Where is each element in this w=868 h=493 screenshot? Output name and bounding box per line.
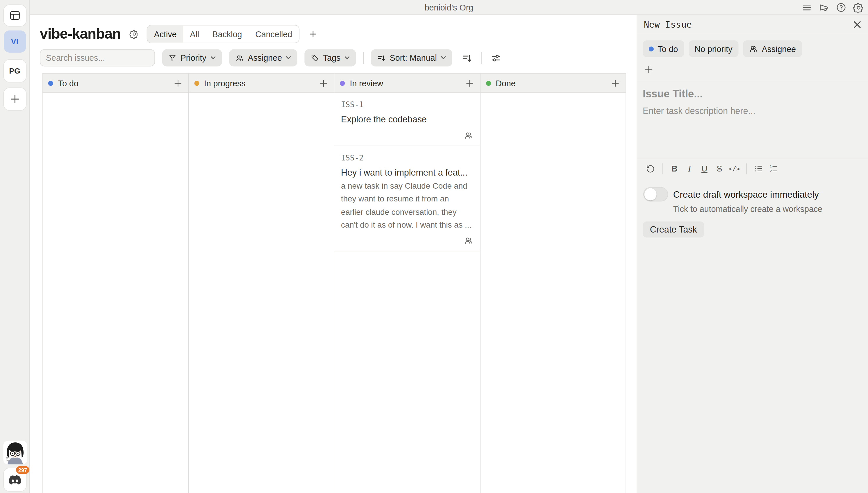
add-card-button[interactable]	[173, 78, 182, 87]
settings-button[interactable]	[853, 2, 864, 13]
tab-active[interactable]: Active	[147, 25, 183, 42]
page-title: vibe-kanban	[40, 25, 121, 42]
panel-title: New Issue	[644, 19, 853, 30]
menu-button[interactable]	[801, 2, 812, 13]
plus-icon	[644, 65, 654, 75]
issue-title: Explore the codebase	[341, 114, 473, 124]
divider	[662, 163, 663, 174]
add-card-button[interactable]	[319, 78, 328, 87]
strikethrough-button[interactable]: S	[712, 161, 727, 176]
italic-button[interactable]: I	[682, 161, 697, 176]
project-settings-button[interactable]	[130, 29, 139, 38]
top-bar: benioid's Org	[30, 0, 868, 15]
assignee-chip[interactable]: Assignee	[743, 40, 802, 57]
display-settings-button[interactable]	[489, 52, 503, 63]
code-button[interactable]: </>	[727, 161, 741, 176]
search-input[interactable]	[40, 49, 155, 66]
divider	[363, 52, 364, 64]
numbered-list-button[interactable]: 1 2	[766, 161, 781, 176]
workspace-pg-button[interactable]: PG	[3, 60, 26, 82]
priority-chip[interactable]: No priority	[688, 40, 738, 57]
help-button[interactable]	[836, 2, 846, 13]
issue-id: ISS-2	[341, 153, 473, 162]
issue-description-input[interactable]	[643, 106, 859, 155]
discord-button[interactable]: 297	[4, 468, 26, 491]
column-header: In progress	[188, 73, 334, 93]
priority-filter-button[interactable]: Priority	[162, 49, 222, 66]
close-panel-button[interactable]	[853, 20, 862, 29]
underline-button[interactable]: U	[697, 161, 712, 176]
layout-nav-button[interactable]	[3, 5, 26, 26]
new-issue-panel: New Issue To do No priority	[636, 15, 868, 493]
issue-description: a new task in say Claude Code and they w…	[341, 180, 473, 232]
gear-icon	[853, 2, 864, 13]
column-in-review: In review ISS-1 Explore the codebase	[334, 73, 480, 493]
column-done: Done	[480, 73, 626, 493]
chevron-down-icon	[286, 56, 291, 60]
announcements-button[interactable]	[819, 2, 829, 13]
menu-icon	[801, 2, 812, 13]
create-task-button[interactable]: Create Task	[643, 221, 704, 237]
tab-cancelled[interactable]: Cancelled	[248, 25, 299, 42]
add-property-button[interactable]	[644, 65, 654, 75]
chevron-down-icon	[210, 56, 216, 60]
column-body: ISS-1 Explore the codebase	[334, 93, 480, 493]
svg-text:2: 2	[770, 169, 772, 173]
tags-filter-button[interactable]: Tags	[305, 49, 356, 66]
tab-all[interactable]: All	[183, 25, 205, 42]
add-view-button[interactable]	[308, 29, 318, 38]
toggle-hint: Tick to automatically create a workspace	[673, 205, 863, 214]
numbered-list-icon: 1 2	[769, 164, 778, 173]
issue-title: Hey i want to implement a feat...	[341, 168, 473, 178]
plus-icon	[465, 78, 474, 87]
bullet-list-button[interactable]	[751, 161, 766, 176]
issue-id: ISS-1	[341, 100, 473, 109]
status-chip[interactable]: To do	[643, 40, 684, 57]
tag-icon	[311, 54, 319, 62]
column-header: In review	[334, 73, 480, 93]
users-icon	[464, 130, 473, 140]
sort-button[interactable]: Sort: Manual	[371, 49, 452, 66]
discord-icon	[8, 474, 22, 485]
svg-text:1: 1	[770, 165, 772, 168]
assignee-filter-button[interactable]: Assignee	[229, 49, 298, 66]
kanban-board: To do In progress	[42, 73, 626, 493]
undo-icon	[646, 164, 654, 173]
issue-title-input[interactable]	[643, 88, 859, 100]
column-in-progress: In progress	[188, 73, 334, 493]
chevron-down-icon	[441, 56, 446, 60]
tab-backlog[interactable]: Backlog	[206, 25, 248, 42]
column-body	[480, 93, 626, 493]
status-dot	[486, 81, 491, 85]
issue-card[interactable]: ISS-1 Explore the codebase	[334, 93, 480, 146]
layout-icon	[9, 9, 21, 22]
divider	[637, 81, 868, 81]
divider	[481, 52, 482, 64]
sort-order-button[interactable]	[460, 52, 474, 63]
column-body	[188, 93, 334, 493]
plus-icon	[319, 78, 328, 87]
gear-icon	[130, 29, 139, 38]
sort-icon	[377, 53, 386, 62]
board-main: vibe-kanban Active All Backlog Cancelled	[30, 15, 636, 493]
plus-icon	[173, 78, 182, 87]
discord-unread-badge: 297	[16, 466, 29, 474]
toggle-knob	[645, 188, 657, 200]
create-workspace-toggle[interactable]	[643, 187, 668, 202]
sliders-icon	[491, 52, 501, 63]
add-workspace-button[interactable]	[3, 88, 26, 110]
plus-icon	[9, 93, 20, 105]
users-icon	[464, 236, 473, 245]
column-name: To do	[58, 78, 173, 87]
add-card-button[interactable]	[610, 78, 620, 87]
issue-card[interactable]: ISS-2 Hey i want to implement a feat... …	[334, 146, 480, 252]
status-dot	[649, 46, 654, 51]
workspace-vi-button[interactable]: VI	[3, 30, 26, 52]
user-avatar[interactable]	[3, 441, 27, 465]
view-tabs: Active All Backlog Cancelled	[147, 25, 299, 43]
bold-button[interactable]: B	[667, 161, 682, 176]
divider	[746, 163, 747, 174]
megaphone-icon	[819, 2, 829, 13]
undo-button[interactable]	[643, 161, 657, 176]
add-card-button[interactable]	[465, 78, 474, 87]
